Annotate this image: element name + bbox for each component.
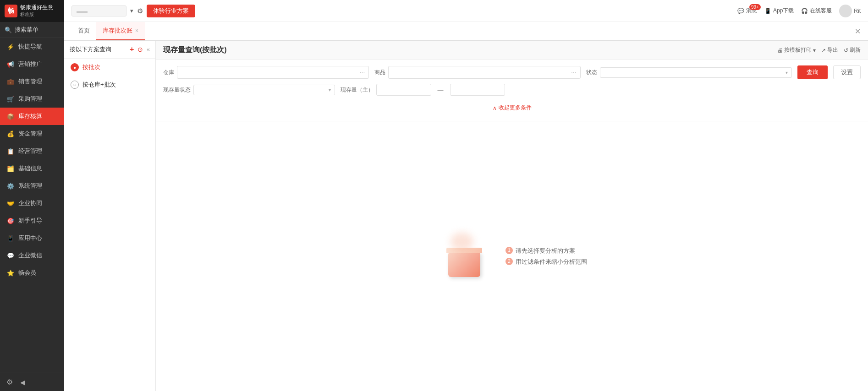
empty-state: 1 请先选择要分析的方案 2 用过滤条件来缩小分析范围 (156, 121, 868, 391)
sidebar-item-sales[interactable]: 💼 销售管理 (0, 73, 64, 90)
sidebar-bottom: ⚙ ◀ (0, 373, 64, 391)
app-download-item[interactable]: 📱 App下载 (764, 7, 794, 15)
sidebar-search-item[interactable]: 🔍 搜索菜单 (0, 22, 64, 38)
messages-item[interactable]: 💬 消息 99+ (737, 7, 757, 15)
topbar-gear-icon[interactable]: ⚙ (137, 7, 143, 15)
stock-status-select[interactable]: ▾ (193, 85, 335, 95)
sidebar-item-label: 企业微信 (18, 251, 42, 260)
sidebar-item-marketing[interactable]: 📢 营销推广 (0, 55, 64, 73)
tab-active-label: 库存批次账 (103, 27, 132, 35)
collapse-more-btn[interactable]: ∧ 收起更多条件 (163, 100, 861, 115)
sidebar-item-label: 资金管理 (18, 130, 42, 138)
sidebar-header: 畅 畅康通好生意 标准版 (0, 0, 64, 22)
sidebar-item-apps[interactable]: 📱 应用中心 (0, 229, 64, 247)
print-dropdown-icon[interactable]: ▾ (813, 47, 816, 54)
filter-stock-status: 现存量状态 ▾ (163, 85, 335, 95)
hint-1-text: 请先选择要分析的方案 (516, 247, 575, 255)
system-icon: ⚙️ (6, 182, 15, 190)
warehouse-label: 仓库 (163, 69, 174, 76)
collapse-label: 收起更多条件 (499, 104, 532, 112)
sidebar-item-member[interactable]: ⭐ 畅会员 (0, 264, 64, 282)
title-actions: 🖨 按模板打印 ▾ ↗ 导出 ↺ 刷新 (777, 46, 861, 54)
sidebar-item-finance[interactable]: 💰 资金管理 (0, 125, 64, 142)
product-input[interactable]: ··· (388, 66, 580, 79)
messages-badge: 99+ (749, 4, 761, 10)
print-action[interactable]: 🖨 按模板打印 ▾ (777, 46, 816, 54)
app-subtitle: 标准版 (20, 11, 53, 18)
scheme-by-warehouse-batch[interactable]: ○ 按仓库+批次 (64, 76, 155, 93)
refresh-action[interactable]: ↺ 刷新 (844, 46, 861, 54)
tab-inventory-batch[interactable]: 库存批次账 × (96, 22, 145, 40)
status-select[interactable]: ▾ (600, 67, 792, 78)
query-button[interactable]: 查询 (797, 65, 828, 79)
hint-2: 2 用过滤条件来缩小分析范围 (505, 258, 587, 266)
add-scheme-button[interactable]: + (130, 45, 134, 54)
export-icon: ↗ (821, 47, 826, 54)
filter-stock-qty: 现存量（主） — (341, 84, 512, 96)
messages-icon: 💬 (737, 8, 744, 14)
sidebar-settings-icon[interactable]: ⚙ (6, 378, 13, 386)
app-logo: 畅 (5, 5, 17, 17)
collapse-panel-icon[interactable]: « (147, 46, 150, 53)
hint-2-num: 2 (505, 258, 513, 265)
filter-bar: 仓库 ··· 商品 ··· 状态 (156, 60, 868, 121)
sidebar-item-system[interactable]: ⚙️ 系统管理 (0, 177, 64, 195)
app-title: 畅康通好生意 (20, 4, 53, 11)
sidebar-item-label: 销售管理 (18, 77, 42, 86)
sales-icon: 💼 (6, 77, 15, 86)
sidebar-collapse-icon[interactable]: ◀ (20, 379, 25, 386)
main-area: ▬▬ ▾ ⚙ 体验行业方案 💬 消息 99+ 📱 App下载 🎧 在线客服 Ri (64, 0, 868, 391)
scheme-settings-icon[interactable]: ⊙ (137, 46, 143, 53)
user-avatar (839, 5, 852, 17)
topbar-dropdown-icon[interactable]: ▾ (130, 7, 133, 14)
warehouse-input[interactable]: ··· (177, 66, 369, 79)
filter-row-2: 现存量状态 ▾ 现存量（主） — (163, 84, 861, 96)
scheme-dot-inactive: ○ (71, 81, 79, 89)
tab-close-icon[interactable]: × (135, 27, 138, 34)
hint-2-text: 用过滤条件来缩小分析范围 (516, 258, 587, 266)
sidebar-item-label: 快捷导航 (18, 43, 42, 51)
sidebar-item-inventory[interactable]: 📦 库存核算 (0, 108, 64, 125)
sidebar-item-label: 企业协同 (18, 199, 42, 207)
app-download-icon: 📱 (764, 8, 771, 14)
product-label: 商品 (374, 69, 385, 76)
finance-icon: 💰 (6, 130, 15, 138)
sidebar-item-shortcuts[interactable]: ⚡ 快捷导航 (0, 38, 64, 55)
stock-qty-label: 现存量（主） (341, 86, 374, 94)
hint-1: 1 请先选择要分析的方案 (505, 247, 587, 255)
online-service-item[interactable]: 🎧 在线客服 (801, 7, 832, 15)
product-dots[interactable]: ··· (571, 69, 577, 76)
sidebar-item-basics[interactable]: 🗂️ 基础信息 (0, 160, 64, 177)
sidebar-item-newbie[interactable]: 🎯 新手引导 (0, 212, 64, 229)
scheme-by-batch[interactable]: ● 按批次 (64, 59, 155, 76)
empty-illustration (437, 229, 492, 284)
tabs-bar: 首页 库存批次账 × ✕ (64, 22, 868, 41)
stock-qty-max-input[interactable] (450, 84, 505, 96)
content-area: 按以下方案查询 + ⊙ « ● 按批次 ○ 按仓库+批次 现存量查询(按批次) (64, 41, 868, 391)
sidebar-item-label: 应用中心 (18, 234, 42, 242)
tab-home[interactable]: 首页 (71, 22, 96, 40)
warehouse-dots[interactable]: ··· (360, 69, 365, 76)
sidebar-item-label: 经营管理 (18, 147, 42, 155)
print-icon: 🖨 (777, 47, 783, 54)
sidebar-item-wechat[interactable]: 💬 企业微信 (0, 247, 64, 264)
sidebar-item-operations[interactable]: 📋 经营管理 (0, 142, 64, 160)
sidebar-item-enterprise[interactable]: 🤝 企业协同 (0, 195, 64, 212)
sidebar-item-label: 基础信息 (18, 164, 42, 173)
inventory-icon: 📦 (6, 112, 15, 120)
status-chevron-icon: ▾ (786, 70, 788, 75)
topbar: ▬▬ ▾ ⚙ 体验行业方案 💬 消息 99+ 📱 App下载 🎧 在线客服 Ri (64, 0, 868, 22)
settings-button[interactable]: 设置 (833, 65, 861, 79)
shortcuts-icon: ⚡ (6, 43, 15, 51)
sidebar-item-purchase[interactable]: 🛒 采购管理 (0, 90, 64, 108)
box-glow (450, 233, 473, 251)
topbar-search-box[interactable]: ▬▬ (71, 5, 126, 16)
left-panel: 按以下方案查询 + ⊙ « ● 按批次 ○ 按仓库+批次 (64, 41, 156, 391)
tab-home-label: 首页 (78, 27, 90, 35)
panel-close-button[interactable]: ✕ (855, 27, 861, 36)
stock-qty-min-input[interactable] (376, 84, 431, 96)
sidebar-item-label: 畅会员 (18, 269, 36, 277)
experience-button[interactable]: 体验行业方案 (147, 5, 195, 17)
user-item[interactable]: Rit (839, 5, 861, 17)
export-action[interactable]: ↗ 导出 (821, 46, 838, 54)
